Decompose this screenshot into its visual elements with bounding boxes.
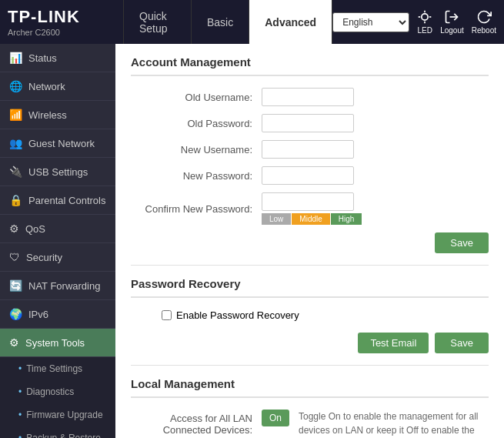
account-save-button[interactable]: Save (435, 232, 489, 253)
new-username-input[interactable] (262, 140, 354, 159)
nav-tabs: Quick Setup Basic Advanced (123, 0, 332, 44)
sidebar: 📊 Status 🌐 Network 📶 Wireless 👥 Guest Ne… (0, 44, 115, 438)
recovery-btn-row: Test Email Save (131, 333, 489, 353)
svg-point-0 (422, 14, 428, 20)
enable-recovery-row: Enable Password Recovery (162, 309, 489, 321)
network-icon: 🌐 (9, 80, 22, 92)
local-management-title: Local Management (131, 377, 489, 398)
sidebar-sub-diagnostics[interactable]: Diagnostics (0, 380, 115, 403)
enable-recovery-label: Enable Password Recovery (176, 309, 299, 321)
language-select[interactable]: English (332, 12, 409, 32)
old-password-input[interactable] (262, 114, 354, 132)
confirm-password-input[interactable] (262, 192, 354, 211)
qos-icon: ⚙ (9, 222, 19, 235)
local-mgmt-row: Access for All LANConnected Devices: On … (131, 410, 489, 438)
confirm-password-label: Confirm New Password: (131, 203, 262, 215)
account-save-row: Save (131, 232, 489, 253)
logo-area: TP-LINK Archer C2600 (8, 7, 123, 37)
logo-model: Archer C2600 (8, 28, 123, 37)
old-username-input[interactable] (262, 88, 354, 106)
new-username-row: New Username: (131, 140, 489, 159)
recovery-save-button[interactable]: Save (435, 333, 489, 353)
password-recovery-title: Password Recovery (131, 277, 489, 298)
confirm-password-row: Confirm New Password: Low Middle High (131, 192, 489, 225)
new-password-row: New Password: (131, 166, 489, 185)
sidebar-item-system-tools[interactable]: ⚙ System Tools (0, 329, 115, 357)
ipv6-icon: 🌍 (9, 308, 22, 320)
sidebar-item-qos[interactable]: ⚙ QoS (0, 215, 115, 243)
sidebar-item-wireless[interactable]: 📶 Wireless (0, 101, 115, 129)
enable-recovery-checkbox[interactable] (162, 310, 172, 320)
header-right: English LED Logout Reboot (332, 9, 496, 35)
sidebar-item-status[interactable]: 📊 Status (0, 44, 115, 72)
old-username-label: Old Username: (131, 92, 262, 103)
sidebar-sub-menu: Time Settings Diagnostics Firmware Upgra… (0, 357, 115, 438)
divider-1 (131, 265, 489, 266)
main-content: Account Management Old Username: Old Pas… (115, 44, 504, 438)
sidebar-item-parental-controls[interactable]: 🔒 Parental Controls (0, 186, 115, 215)
new-username-label: New Username: (131, 144, 262, 155)
sidebar-sub-time-settings[interactable]: Time Settings (0, 357, 115, 380)
sidebar-sub-firmware-upgrade[interactable]: Firmware Upgrade (0, 403, 115, 426)
logo-brand: TP-LINK (8, 7, 123, 27)
reboot-icon[interactable]: Reboot (472, 9, 496, 35)
security-icon: 🛡 (9, 251, 20, 263)
led-icon[interactable]: LED (417, 9, 432, 35)
divider-2 (131, 365, 489, 366)
sidebar-item-guest-network[interactable]: 👥 Guest Network (0, 129, 115, 158)
sidebar-item-security[interactable]: 🛡 Security (0, 243, 115, 272)
tab-advanced[interactable]: Advanced (249, 0, 332, 44)
sidebar-item-nat-forwarding[interactable]: 🔄 NAT Forwarding (0, 272, 115, 300)
strength-mid: Middle (292, 213, 329, 225)
confirm-password-area: Low Middle High (262, 192, 362, 225)
old-password-row: Old Password: (131, 114, 489, 132)
toggle-on-button[interactable]: On (262, 410, 289, 426)
system-tools-icon: ⚙ (9, 336, 19, 349)
parental-icon: 🔒 (9, 194, 22, 206)
usb-icon: 🔌 (9, 166, 22, 178)
tab-quick-setup[interactable]: Quick Setup (123, 0, 192, 44)
guest-network-icon: 👥 (9, 137, 22, 149)
sidebar-item-network[interactable]: 🌐 Network (0, 72, 115, 101)
logout-icon[interactable]: Logout (440, 9, 464, 35)
status-icon: 📊 (9, 52, 22, 64)
sidebar-item-ipv6[interactable]: 🌍 IPv6 (0, 300, 115, 329)
nat-icon: 🔄 (9, 279, 22, 292)
header: TP-LINK Archer C2600 Quick Setup Basic A… (0, 0, 504, 44)
old-username-row: Old Username: (131, 88, 489, 106)
new-password-input[interactable] (262, 166, 354, 185)
strength-high: High (331, 213, 362, 225)
test-email-button[interactable]: Test Email (358, 333, 429, 353)
old-password-label: Old Password: (131, 118, 262, 129)
layout: 📊 Status 🌐 Network 📶 Wireless 👥 Guest Ne… (0, 44, 504, 438)
sidebar-sub-backup-restore[interactable]: Backup & Restore (0, 426, 115, 438)
sidebar-item-usb-settings[interactable]: 🔌 USB Settings (0, 158, 115, 186)
access-all-lan-label: Access for All LANConnected Devices: (131, 410, 262, 436)
password-strength-bar: Low Middle High (262, 213, 362, 225)
toggle-description: Toggle On to enable the management for a… (299, 410, 489, 438)
strength-low: Low (262, 213, 291, 225)
new-password-label: New Password: (131, 170, 262, 182)
account-management-title: Account Management (131, 55, 489, 76)
tab-basic[interactable]: Basic (192, 0, 249, 44)
wireless-icon: 📶 (9, 109, 22, 121)
